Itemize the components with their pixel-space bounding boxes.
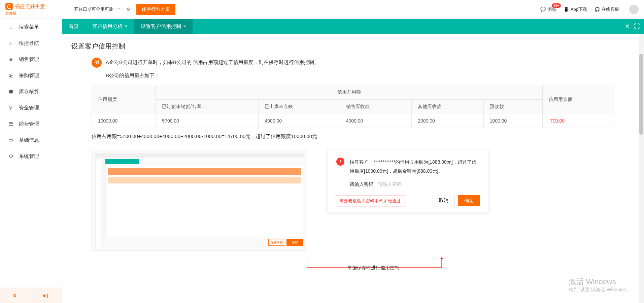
th-receivable: 销售应收款 (340, 100, 411, 114)
th-shipped: 已出库未立账 (259, 100, 340, 114)
credit-warning-dialog: ! 结算客户：************的信用占用额为[1888.00元]，超过了… (327, 150, 489, 213)
tab-home[interactable]: 首页 (62, 19, 86, 34)
sidebar-item-system[interactable]: ⚙ 系统管理 (0, 148, 62, 164)
sub-text: B公司的信用额占如下： (106, 72, 614, 79)
topbar: 畅捷通好生意 标准版 开账日期可停用可删 ﹀ ⚙ 体验行业方案 💬 消息 99+… (0, 0, 644, 19)
settings-icon[interactable]: ⚙ (126, 7, 130, 12)
user-avatar[interactable] (629, 5, 639, 14)
cell-prepaid: 1000.00 (483, 114, 542, 128)
th-credit-limit: 信用额度 (92, 85, 156, 114)
sidebar-item-operation[interactable]: ☰ 经营管理 (0, 116, 62, 132)
credit-table: 信用额度 信用占用额 信用用余额 已订货未销货/出库 已出库未立账 销售应收款 … (92, 85, 614, 128)
sidebar-item-label: 基础信息 (19, 137, 39, 143)
tab-close-all-icon[interactable]: ✕ (625, 23, 630, 30)
th-ordered: 已订货未销货/出库 (156, 100, 259, 114)
app-download-button[interactable]: 📱 App下载 (564, 6, 587, 12)
cell-other: 2000.00 (412, 114, 483, 128)
sidebar-item-sales[interactable]: ◈ 销售管理 (0, 51, 62, 67)
sidebar-item-finance[interactable]: ¥ 资金管理 (0, 100, 62, 116)
sidebar-item-label: 经营管理 (19, 121, 39, 127)
sidebar-item-search[interactable]: ⌕ 搜索菜单 (0, 19, 62, 35)
annotation-caption: 单据保存时进行信用控制 (347, 265, 399, 271)
brand-edition: 标准版 (5, 11, 16, 16)
page-title: 设置客户信用控制 (71, 42, 635, 51)
fullscreen-icon[interactable]: ⛶ (634, 23, 640, 30)
footer-gear-icon[interactable]: ⚙ (13, 293, 17, 298)
tag-icon: ◈ (7, 56, 14, 63)
sidebar-item-label: 资金管理 (19, 105, 39, 111)
calculation-text: 信用占用额=5700.00+4000.00+4000.00+2000.00-10… (92, 133, 614, 140)
sidebar-item-inventory[interactable]: ⬢ 库存核算 (0, 83, 62, 100)
ok-button[interactable]: 确定 (458, 195, 480, 206)
cell-shipped: 4000.00 (259, 114, 340, 128)
tab-bar: 首页 客户信用分析 × 设置客户信用控制 × ✕ ⛶ (62, 19, 644, 34)
sidebar-item-label: 快捷导航 (19, 40, 39, 46)
logo-mark-icon (5, 3, 13, 10)
annotation-arrow (294, 254, 448, 274)
collapse-icon[interactable]: ◀❙ (42, 293, 49, 298)
sidebar-item-purchase[interactable]: 🛍 采购管理 (0, 67, 62, 83)
selector-label: 开账日期可停用可删 (74, 6, 113, 12)
scrollbar-thumb[interactable] (639, 54, 643, 135)
tab-credit-control[interactable]: 设置客户信用控制 × (134, 19, 193, 34)
industry-solution-button[interactable]: 体验行业方案 (136, 4, 175, 15)
home-icon: ⌂ (7, 40, 14, 46)
headset-icon: 🎧 (595, 7, 600, 12)
cell-ordered: 5700.00 (156, 114, 259, 128)
cell-credit-limit: 10000.00 (92, 114, 156, 128)
list-icon: ☰ (7, 121, 14, 127)
sidebar: ⌕ 搜索菜单 ⌂ 快捷导航 ◈ 销售管理 🛍 采购管理 ⬢ 库存核算 ¥ 资金管… (0, 19, 62, 303)
brand-name: 畅捷通好生意 (15, 3, 45, 10)
close-icon[interactable]: × (125, 24, 127, 29)
chevron-down-icon: ﹀ (116, 6, 121, 12)
close-icon[interactable]: × (183, 24, 186, 29)
password-label: 请输入密码 (350, 181, 373, 188)
sidebar-item-label: 搜索菜单 (19, 24, 39, 30)
online-service-button[interactable]: 🎧 在线客服 (595, 6, 619, 12)
sidebar-item-label: 系统管理 (19, 153, 39, 160)
dialog-message: 结算客户：************的信用占用额为[1888.00元]，超过了信用… (350, 158, 480, 175)
th-other: 其他应收款 (412, 100, 483, 114)
cancel-button[interactable]: 取消 (433, 195, 455, 206)
online-service-label: 在线客服 (602, 6, 619, 12)
tab-label: 首页 (69, 23, 79, 30)
tab-label: 设置客户信用控制 (141, 23, 181, 30)
sidebar-item-label: 销售管理 (19, 56, 39, 63)
warning-icon: ! (336, 158, 344, 166)
search-icon: ⌕ (7, 24, 14, 30)
id-icon: ▭ (7, 137, 14, 143)
chat-icon: 💬 (540, 7, 546, 12)
app-download-label: App下载 (571, 6, 587, 12)
table-row: 10000.00 5700.00 4000.00 4000.00 2000.00… (92, 114, 614, 128)
password-input[interactable]: 请输入密码 (378, 181, 402, 188)
tab-credit-analysis[interactable]: 客户信用分析 × (86, 19, 134, 34)
ss-save-draft-button: 保存草稿 (268, 239, 285, 246)
sidebar-footer: ⚙ ◀❙ (0, 288, 62, 303)
illustration-row: 保存草稿 保存 ! 结算客户：************的信用占用额为[1888.… (92, 150, 614, 251)
sidebar-item-label: 库存核算 (19, 89, 39, 95)
example-text: A企对B公司进行开单时，如果B公司的 信用占用额超过了信用额度，则在保存时进行信… (106, 58, 319, 67)
ss-save-button: 保存 (286, 239, 303, 246)
th-prepaid: 预收款 (483, 100, 542, 114)
gear-icon: ⚙ (7, 153, 14, 160)
th-balance: 信用用余额 (542, 85, 614, 114)
cell-receivable: 4000.00 (340, 114, 411, 128)
cell-balance: -700.00 (542, 114, 614, 128)
page-content: 设置客户信用控制 例 A企对B公司进行开单时，如果B公司的 信用占用额超过了信用… (62, 34, 644, 303)
example-badge-icon: 例 (92, 58, 102, 68)
sidebar-item-label: 采购管理 (19, 72, 39, 79)
sidebar-item-basicinfo[interactable]: ▭ 基础信息 (0, 132, 62, 148)
bag-icon: 🛍 (7, 72, 14, 79)
messages-button[interactable]: 💬 消息 99+ (540, 6, 556, 12)
tab-label: 客户信用分析 (92, 23, 123, 30)
scrollbar-track[interactable] (639, 34, 644, 303)
brand-logo[interactable]: 畅捷通好生意 标准版 (5, 3, 67, 16)
messages-badge: 99+ (552, 3, 561, 8)
money-icon: ¥ (7, 104, 14, 111)
th-usage-group: 信用占用额 (156, 85, 542, 100)
account-period-selector[interactable]: 开账日期可停用可删 ﹀ (74, 6, 121, 12)
sidebar-item-quicknav[interactable]: ⌂ 快捷导航 (0, 35, 62, 51)
phone-icon: 📱 (564, 7, 569, 12)
password-callout: 需要老板输入密码本单才能通过 (335, 196, 405, 206)
box-icon: ⬢ (7, 88, 14, 95)
